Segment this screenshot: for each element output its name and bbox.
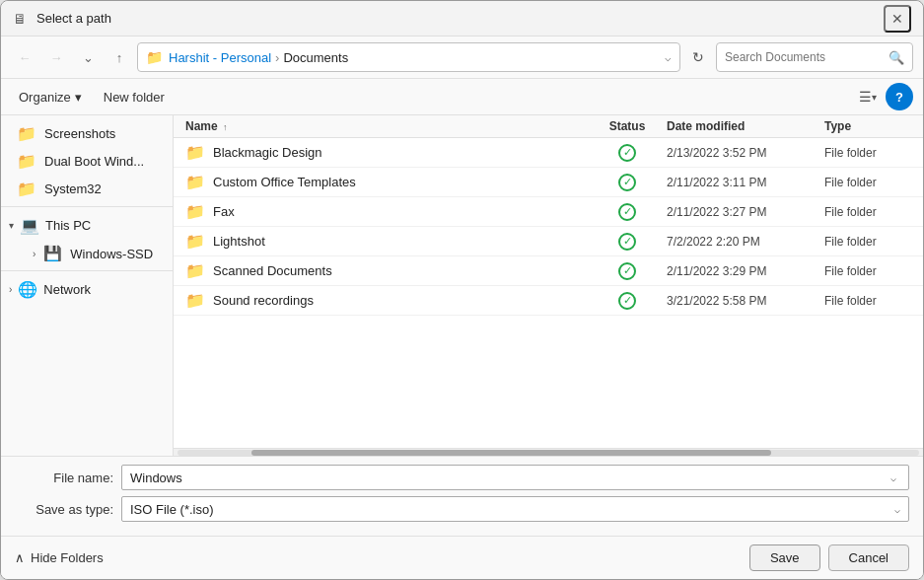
- search-box[interactable]: 🔍: [716, 42, 913, 72]
- col-name-header[interactable]: Name ↑: [174, 119, 588, 133]
- date-modified: 2/13/2022 3:52 PM: [667, 146, 824, 160]
- folder-icon: 📁: [185, 232, 205, 251]
- table-row[interactable]: 📁 Sound recordings ✓ 3/21/2022 5:58 PM F…: [174, 286, 923, 316]
- status-icon: ✓: [618, 292, 636, 310]
- col-type-header[interactable]: Type: [824, 119, 923, 133]
- file-name: Blackmagic Design: [213, 145, 322, 160]
- file-list-container: Name ↑ Status Date modified Type 📁 Black…: [174, 115, 923, 456]
- folder-icon: 📁: [17, 152, 36, 171]
- search-icon: 🔍: [888, 50, 904, 65]
- saveas-select[interactable]: ISO File (*.iso) ⌵: [121, 496, 909, 522]
- address-chevron-icon[interactable]: ⌵: [665, 51, 672, 64]
- saveas-chevron-icon[interactable]: ⌵: [894, 504, 900, 515]
- footer-actions: Save Cancel: [749, 544, 909, 571]
- this-pc-icon: 💻: [20, 216, 39, 235]
- search-input[interactable]: [725, 50, 883, 64]
- sidebar-network[interactable]: › 🌐 Network: [1, 275, 173, 304]
- status-icon: ✓: [618, 233, 636, 251]
- close-button[interactable]: ✕: [884, 5, 911, 33]
- file-type: File folder: [824, 176, 923, 189]
- breadcrumb-current: Documents: [283, 50, 348, 65]
- sidebar-item-label: Dual Boot Wind...: [44, 154, 144, 169]
- status-icon: ✓: [618, 262, 636, 280]
- back-button[interactable]: ←: [11, 43, 38, 71]
- sort-arrow-icon: ↑: [223, 122, 228, 132]
- save-button[interactable]: Save: [749, 544, 820, 571]
- sidebar-item-label: Windows-SSD: [70, 247, 153, 261]
- breadcrumb-root[interactable]: Harshit - Personal: [169, 50, 271, 65]
- file-list: 📁 Blackmagic Design ✓ 2/13/2022 3:52 PM …: [174, 138, 923, 448]
- date-modified: 2/11/2022 3:27 PM: [667, 205, 824, 219]
- title-bar: 🖥 Select a path ✕: [1, 1, 923, 36]
- sidebar-item-screenshots[interactable]: 📁 Screenshots: [5, 120, 169, 147]
- col-status-header[interactable]: Status: [588, 119, 667, 133]
- table-row[interactable]: 📁 Custom Office Templates ✓ 2/11/2022 3:…: [174, 168, 923, 197]
- main-content: 📁 Screenshots 📁 Dual Boot Wind... 📁 Syst…: [1, 115, 923, 456]
- folder-icon: 📁: [185, 202, 205, 221]
- forward-button[interactable]: →: [42, 43, 70, 71]
- sidebar-item-system32[interactable]: 📁 System32: [5, 176, 169, 202]
- expand-icon: ›: [33, 249, 36, 259]
- sidebar-item-windows-ssd[interactable]: › 💾 Windows-SSD: [5, 241, 169, 266]
- folder-icon: 📁: [185, 143, 205, 162]
- file-name: Sound recordings: [213, 293, 314, 308]
- scrollbar-track: [178, 450, 919, 456]
- file-type: File folder: [824, 294, 923, 308]
- sidebar-item-label: This PC: [45, 218, 91, 233]
- date-modified: 2/11/2022 3:11 PM: [667, 176, 824, 189]
- file-type: File folder: [824, 146, 923, 160]
- table-row[interactable]: 📁 Blackmagic Design ✓ 2/13/2022 3:52 PM …: [174, 138, 923, 168]
- file-name: Lightshot: [213, 234, 265, 249]
- folder-icon: 📁: [185, 291, 205, 310]
- new-folder-button[interactable]: New folder: [96, 87, 173, 108]
- folder-icon: 📁: [185, 261, 205, 280]
- folder-icon: 📁: [185, 173, 205, 191]
- window-icon: 🖥: [13, 11, 29, 27]
- horizontal-scrollbar[interactable]: [174, 448, 923, 456]
- hide-folders-button[interactable]: ∧ Hide Folders: [15, 550, 104, 565]
- file-name: Scanned Documents: [213, 263, 332, 278]
- drive-icon: 💾: [43, 245, 62, 262]
- table-row[interactable]: 📁 Scanned Documents ✓ 2/11/2022 3:29 PM …: [174, 256, 923, 286]
- refresh-button[interactable]: ↻: [684, 43, 712, 71]
- file-type: File folder: [824, 264, 923, 278]
- saveas-label: Save as type:: [15, 502, 113, 517]
- sidebar-item-dual-boot[interactable]: 📁 Dual Boot Wind...: [5, 148, 169, 175]
- toolbar-right: ☰ ▾ ?: [854, 83, 913, 110]
- sidebar-item-label: Network: [43, 282, 91, 297]
- filename-label: File name:: [15, 471, 113, 485]
- organize-button[interactable]: Organize ▾: [11, 87, 90, 108]
- footer: ∧ Hide Folders Save Cancel: [1, 536, 923, 579]
- address-folder-icon: 📁: [146, 49, 163, 65]
- hide-folders-arrow-icon: ∧: [15, 550, 25, 565]
- expand-icon: ▾: [9, 220, 14, 231]
- up-button[interactable]: ↑: [106, 43, 133, 71]
- date-modified: 3/21/2022 5:58 PM: [667, 294, 824, 308]
- filename-input[interactable]: [130, 471, 887, 485]
- new-folder-label: New folder: [104, 90, 165, 105]
- filename-input-box[interactable]: ⌵: [121, 465, 909, 490]
- cancel-button[interactable]: Cancel: [828, 544, 909, 571]
- address-bar-row: ← → ⌄ ↑ 📁 Harshit - Personal › Documents…: [1, 36, 923, 79]
- file-name: Fax: [213, 204, 235, 219]
- recent-locations-button[interactable]: ⌄: [74, 43, 102, 71]
- expand-icon: ›: [9, 284, 12, 295]
- col-date-header[interactable]: Date modified: [667, 119, 824, 133]
- status-icon: ✓: [618, 203, 636, 221]
- filename-chevron-icon[interactable]: ⌵: [887, 472, 900, 483]
- folder-icon: 📁: [17, 124, 36, 143]
- table-row[interactable]: 📁 Fax ✓ 2/11/2022 3:27 PM File folder: [174, 197, 923, 227]
- folder-icon: 📁: [17, 180, 36, 198]
- scrollbar-thumb[interactable]: [251, 450, 770, 456]
- organize-chevron-icon: ▾: [75, 90, 82, 105]
- view-button[interactable]: ☰ ▾: [854, 83, 882, 110]
- help-button[interactable]: ?: [886, 83, 913, 110]
- table-row[interactable]: 📁 Lightshot ✓ 7/2/2022 2:20 PM File fold…: [174, 227, 923, 256]
- sidebar-item-label: Screenshots: [44, 126, 115, 141]
- address-box[interactable]: 📁 Harshit - Personal › Documents ⌵: [137, 42, 680, 72]
- bottom-section: File name: ⌵ Save as type: ISO File (*.i…: [1, 456, 923, 536]
- sidebar-this-pc[interactable]: ▾ 💻 This PC: [1, 211, 173, 240]
- file-name: Custom Office Templates: [213, 175, 356, 189]
- file-type: File folder: [824, 205, 923, 219]
- status-icon: ✓: [618, 144, 636, 162]
